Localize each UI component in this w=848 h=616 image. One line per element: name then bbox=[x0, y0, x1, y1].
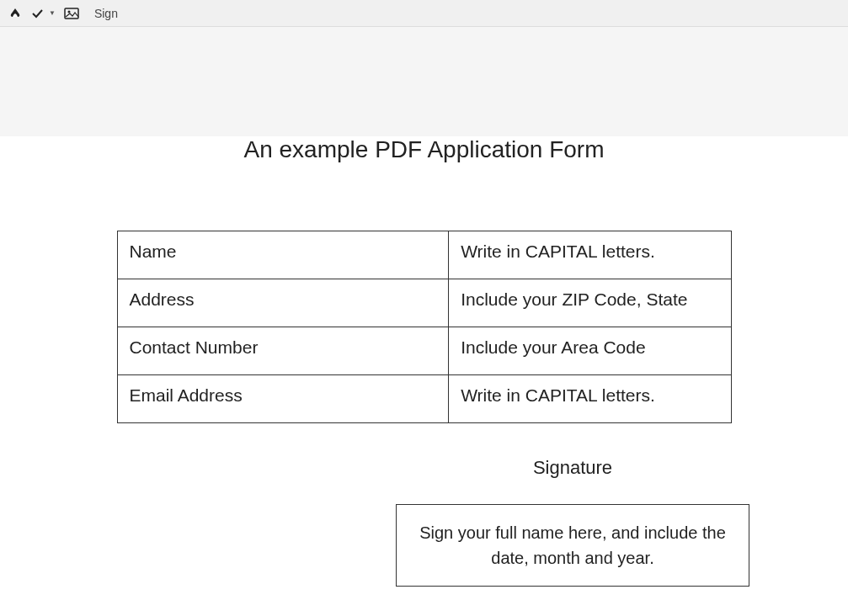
table-row: Contact Number Include your Area Code bbox=[117, 327, 731, 375]
table-row: Name Write in CAPITAL letters. bbox=[117, 231, 731, 279]
field-instruction: Include your Area Code bbox=[449, 327, 731, 375]
toolbar: ▼ Sign bbox=[0, 0, 848, 27]
signature-area: Signature Sign your full name here, and … bbox=[396, 457, 749, 587]
dropdown-caret-icon[interactable]: ▼ bbox=[49, 3, 56, 24]
field-instruction: Write in CAPITAL letters. bbox=[449, 231, 731, 279]
svg-point-1 bbox=[67, 10, 70, 13]
table-row: Address Include your ZIP Code, State bbox=[117, 279, 731, 327]
checkmark-tool-icon[interactable] bbox=[30, 3, 44, 24]
field-label: Name bbox=[117, 231, 449, 279]
svg-rect-0 bbox=[65, 8, 78, 19]
table-row: Email Address Write in CAPITAL letters. bbox=[117, 375, 731, 423]
field-instruction: Include your ZIP Code, State bbox=[449, 279, 731, 327]
field-label: Email Address bbox=[117, 375, 449, 423]
sign-button[interactable]: Sign bbox=[88, 3, 125, 24]
ink-tool-icon[interactable] bbox=[8, 3, 22, 24]
signature-title: Signature bbox=[396, 457, 749, 479]
document-title: An example PDF Application Form bbox=[0, 136, 848, 163]
image-tool-icon[interactable] bbox=[64, 3, 79, 24]
signature-box[interactable]: Sign your full name here, and include th… bbox=[396, 504, 749, 587]
document-page: An example PDF Application Form Name Wri… bbox=[0, 136, 848, 616]
page-area: An example PDF Application Form Name Wri… bbox=[0, 136, 848, 616]
form-table: Name Write in CAPITAL letters. Address I… bbox=[117, 231, 732, 423]
field-label: Address bbox=[117, 279, 449, 327]
field-label: Contact Number bbox=[117, 327, 449, 375]
field-instruction: Write in CAPITAL letters. bbox=[449, 375, 731, 423]
